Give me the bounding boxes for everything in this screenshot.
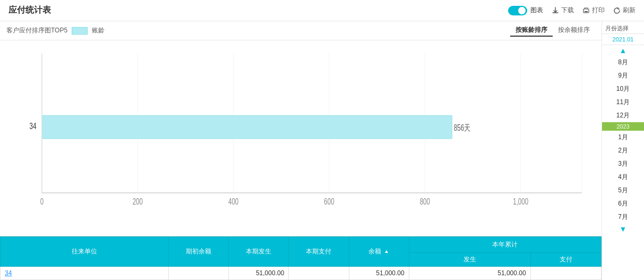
data-table: 往来单位 期初余额 本期发生 本期支付 余额 本年累计 发生 (0, 236, 602, 280)
sort-by-amount-button[interactable]: 按余额排序 (553, 24, 595, 37)
print-label: 打印 (592, 6, 605, 15)
refresh-button[interactable]: 刷新 (613, 6, 636, 15)
page-title: 应付统计表 (8, 5, 51, 16)
legend-box-label: 账龄 (92, 26, 105, 35)
chart-area: 0 200 400 600 800 1,000 34 856天 (0, 40, 602, 236)
sidebar-year-input[interactable] (602, 34, 644, 45)
col-ytd-occur-header: 发生 (409, 253, 530, 267)
chart-toggle[interactable] (508, 6, 527, 15)
svg-text:400: 400 (228, 197, 238, 206)
sidebar-year-label[interactable]: 2023 (602, 122, 644, 131)
balance-sort-icon[interactable] (384, 249, 389, 254)
sidebar-month-item[interactable]: 4月 (602, 171, 644, 184)
svg-rect-1 (585, 11, 588, 12)
sidebar-month-item[interactable]: 10月 (602, 82, 644, 96)
svg-marker-20 (385, 250, 388, 253)
svg-text:1,000: 1,000 (513, 197, 528, 206)
sort-buttons: 按账龄排序 按余额排序 (510, 24, 595, 37)
sidebar-months: 8月9月10月11月12月20231月2月3月4月5月6月7月 (602, 56, 644, 224)
sidebar-up-button[interactable]: ▲ (602, 45, 644, 56)
cell-opening (168, 267, 228, 280)
download-button[interactable]: 下载 (552, 6, 574, 15)
col-ytd-header: 本年累计 (409, 237, 601, 253)
download-label: 下载 (561, 6, 574, 15)
svg-text:200: 200 (133, 197, 143, 206)
print-icon (582, 7, 590, 14)
cell-ytd-pay (530, 267, 601, 280)
table-header-row: 往来单位 期初余额 本期发生 本期支付 余额 本年累计 (1, 237, 602, 253)
chart-header: 客户应付排序图TOP5 账龄 按账龄排序 按余额排序 (0, 21, 602, 40)
legend-text: 客户应付排序图TOP5 (6, 26, 67, 35)
cell-balance: 51,000.00 (349, 267, 409, 280)
table-row: 34 51,000.00 51,000.00 51,000.00 (1, 267, 602, 280)
sidebar-month-item[interactable]: 3月 (602, 157, 644, 171)
sidebar-month-item[interactable]: 2月 (602, 144, 644, 157)
col-unit-header: 往来单位 (1, 237, 169, 267)
cell-ytd-occur: 51,000.00 (409, 267, 530, 280)
sidebar-month-item[interactable]: 12月 (602, 109, 644, 122)
download-icon (552, 7, 559, 14)
sidebar-title: 月份选择 (602, 21, 644, 34)
sidebar-month-item[interactable]: 8月 (602, 56, 644, 69)
chart-toggle-wrap[interactable]: 图表 (508, 6, 543, 15)
legend-box (72, 27, 88, 35)
svg-text:856天: 856天 (454, 123, 470, 132)
col-ytd-pay-header: 支付 (530, 253, 601, 267)
bar-chart: 0 200 400 600 800 1,000 34 856天 (8, 46, 593, 232)
svg-text:800: 800 (420, 197, 430, 206)
col-opening-header: 期初余额 (168, 237, 228, 267)
cell-pay (289, 267, 349, 280)
sidebar-month-item[interactable]: 6月 (602, 197, 644, 210)
col-occur-header: 本期发生 (229, 237, 289, 267)
cell-occur: 51,000.00 (229, 267, 289, 280)
chart-legend: 客户应付排序图TOP5 账龄 (6, 26, 105, 35)
header-actions: 图表 下载 打印 刷新 (508, 6, 636, 15)
refresh-icon (613, 7, 621, 14)
sidebar-month-item[interactable]: 5月 (602, 184, 644, 197)
sidebar-month-item[interactable]: 11月 (602, 96, 644, 109)
svg-text:0: 0 (40, 197, 44, 206)
col-balance-header: 余额 (349, 237, 409, 267)
refresh-label: 刷新 (623, 6, 636, 15)
print-button[interactable]: 打印 (582, 6, 605, 15)
svg-text:600: 600 (324, 197, 334, 206)
svg-text:34: 34 (30, 122, 37, 131)
sidebar-down-button[interactable]: ▼ (602, 224, 644, 234)
sidebar-month-item[interactable]: 7月 (602, 210, 644, 224)
sidebar-month-item[interactable]: 9月 (602, 69, 644, 82)
table-body: 34 51,000.00 51,000.00 51,000.00 (1, 267, 602, 280)
cell-unit[interactable]: 34 (1, 267, 169, 280)
sidebar: 月份选择 ▲ 8月9月10月11月12月20231月2月3月4月5月6月7月 ▼ (602, 21, 644, 280)
sort-by-balance-button[interactable]: 按账龄排序 (510, 24, 553, 37)
col-pay-header: 本期支付 (289, 237, 349, 267)
sidebar-month-item[interactable]: 1月 (602, 131, 644, 144)
toggle-label: 图表 (530, 6, 543, 15)
svg-rect-18 (42, 115, 452, 139)
